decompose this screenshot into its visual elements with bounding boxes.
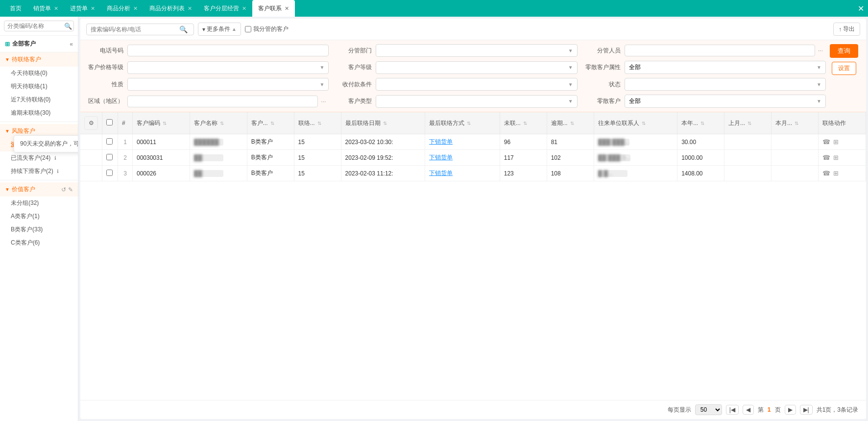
filter-select-payment[interactable]: ▼ [376,78,577,91]
close-icon-customer-contact[interactable]: ✕ [285,5,289,12]
col-last-date[interactable]: 最后联络日期 ⇅ [341,112,425,134]
last-page-button[interactable]: ▶| [800,405,813,415]
tab-product-analysis-list[interactable]: 商品分析列表 ✕ [144,0,198,17]
sort-last-month-icon[interactable]: ⇅ [747,121,751,126]
row-last-method-1[interactable]: 下销货单 [425,150,500,166]
row-checkbox-1[interactable] [102,150,118,166]
row-check-0[interactable] [106,138,113,145]
col-settings[interactable]: ⚙ [80,112,102,134]
action-phone-icon-2[interactable]: ☎ [822,170,830,177]
sidebar-item-class-b[interactable]: B类客户(33) [0,223,78,236]
col-last-method[interactable]: 最后联络方式 ⇅ [425,112,500,134]
sidebar-item-ungroup[interactable]: 未分组(32) [0,197,78,210]
my-customers-checkbox[interactable] [245,26,251,32]
refresh-icon-value[interactable]: ↺ [61,186,66,193]
col-this-month[interactable]: 本月... ⇅ [772,112,819,134]
row-checkbox-2[interactable] [102,166,118,181]
sidebar-group-pending[interactable]: ▼ 待联络客户 [0,52,78,67]
action-phone-icon-0[interactable]: ☎ [822,138,830,146]
close-icon-customer-tier[interactable]: ✕ [242,5,246,12]
tab-product-analysis[interactable]: 商品分析 ✕ [101,0,144,17]
row-last-method-2[interactable]: 下销货单 [425,166,500,181]
sort-name-icon[interactable]: ⇅ [220,121,224,126]
col-no-contact[interactable]: 未联... ⇅ [500,112,547,134]
row-action-1[interactable]: ☎ ⊞ [818,150,866,166]
edit-icon-value[interactable]: ✎ [68,186,73,193]
my-customers-checkbox-label[interactable]: 我分管的客户 [245,25,289,33]
row-action-0[interactable]: ☎ ⊞ [818,134,866,150]
sort-contact-icon[interactable]: ⇅ [317,121,321,126]
tab-customer-contact[interactable]: 客户联系 ✕ [252,0,295,17]
filter-select-customer-type[interactable]: ▼ [376,95,577,108]
sort-no-contact-icon[interactable]: ⇅ [523,121,527,126]
col-code[interactable]: 客户编码 ⇅ [133,112,190,134]
sidebar-item-churned[interactable]: 已流失客户(24) ℹ [0,151,78,165]
filter-input-region[interactable] [127,96,318,107]
row-last-method-0[interactable]: 下销货单 [425,134,500,150]
first-page-button[interactable]: |◀ [726,405,739,415]
sort-this-year-icon[interactable]: ⇅ [700,121,704,126]
region-dots-icon[interactable]: ··· [318,98,329,105]
sort-last-date-icon[interactable]: ⇅ [383,121,387,126]
filter-select-sparse-attr[interactable]: 全部 ▼ [625,61,826,74]
col-this-year[interactable]: 本年... ⇅ [677,112,724,134]
prev-page-button[interactable]: ◀ [743,405,754,415]
tab-customer-tier[interactable]: 客户分层经营 ✕ [198,0,252,17]
close-icon-product-analysis-list[interactable]: ✕ [188,5,192,12]
action-more-icon-2[interactable]: ⊞ [833,170,839,177]
sort-code-icon[interactable]: ⇅ [163,121,167,126]
page-size-select[interactable]: 50 100 200 [695,404,722,415]
col-type[interactable]: 客户... ⇅ [247,112,294,134]
close-icon-product-analysis[interactable]: ✕ [133,5,138,12]
manager-dots-icon[interactable]: ··· [815,47,826,54]
sidebar-item-overdue[interactable]: 逾期未联络(30) [0,106,78,120]
tab-home[interactable]: 首页 [4,0,27,17]
filter-input-manager[interactable] [625,45,815,56]
sidebar-group-value[interactable]: ▼ 价值客户 ↺ ✎ [0,182,78,197]
setting-button[interactable]: 设置 [832,62,856,75]
export-button[interactable]: ↑ 导出 [833,23,860,36]
tab-sales[interactable]: 销货单 ✕ [27,0,64,17]
close-icon-sales[interactable]: ✕ [54,5,58,12]
collapse-sidebar-icon[interactable]: « [70,41,73,48]
col-overdue[interactable]: 逾期... ⇅ [547,112,594,134]
close-window-icon[interactable]: ✕ [858,4,864,13]
sidebar-item-tomorrow[interactable]: 明天待联络(1) [0,80,78,93]
search-button[interactable]: 🔍 [177,25,190,33]
more-filter-button[interactable]: ▾ 更多条件 ▲ [198,23,241,36]
settings-gear-icon[interactable]: ⚙ [84,116,98,130]
col-checkbox[interactable] [102,112,118,134]
filter-select-price-tier[interactable]: ▼ [127,61,329,74]
action-more-icon-1[interactable]: ⊞ [833,154,839,161]
row-action-2[interactable]: ☎ ⊞ [818,166,866,181]
close-icon-purchase[interactable]: ✕ [91,5,95,12]
filter-select-sparse-customer[interactable]: 全部 ▼ [625,95,826,108]
col-last-month[interactable]: 上月... ⇅ [724,112,772,134]
sidebar-search-input[interactable] [4,21,74,31]
sidebar-item-declining[interactable]: 持续下滑客户(2) ℹ [0,165,78,178]
sort-overdue-icon[interactable]: ⇅ [570,121,574,126]
select-all-checkbox[interactable] [106,119,113,125]
filter-select-customer-tier[interactable]: ▼ [376,61,577,74]
col-unit-contact[interactable]: 往来单位联系人 ⇅ [594,112,677,134]
row-checkbox-0[interactable] [102,134,118,150]
next-page-button[interactable]: ▶ [785,405,796,415]
action-phone-icon-1[interactable]: ☎ [822,154,830,161]
filter-select-nature[interactable]: ▼ [127,78,329,91]
row-check-2[interactable] [106,170,113,176]
filter-input-phone[interactable] [127,45,329,56]
col-name[interactable]: 客户名称 ⇅ [190,112,247,134]
filter-select-status[interactable]: ▼ [625,78,826,91]
search-input[interactable] [91,26,177,33]
sort-this-month-icon[interactable]: ⇅ [795,121,798,126]
sort-type-icon[interactable]: ⇅ [270,121,274,126]
query-button[interactable]: 查询 [830,44,858,58]
row-check-1[interactable] [106,154,113,160]
sort-unit-contact-icon[interactable]: ⇅ [642,121,646,126]
sort-last-method-icon[interactable]: ⇅ [467,121,471,126]
sidebar-item-7days[interactable]: 近7天待联络(0) [0,93,78,106]
sidebar-item-class-a[interactable]: A类客户(1) [0,210,78,223]
filter-select-dept[interactable]: ▼ [376,44,577,57]
col-contact[interactable]: 联络... ⇅ [294,112,341,134]
action-more-icon-0[interactable]: ⊞ [833,138,839,146]
